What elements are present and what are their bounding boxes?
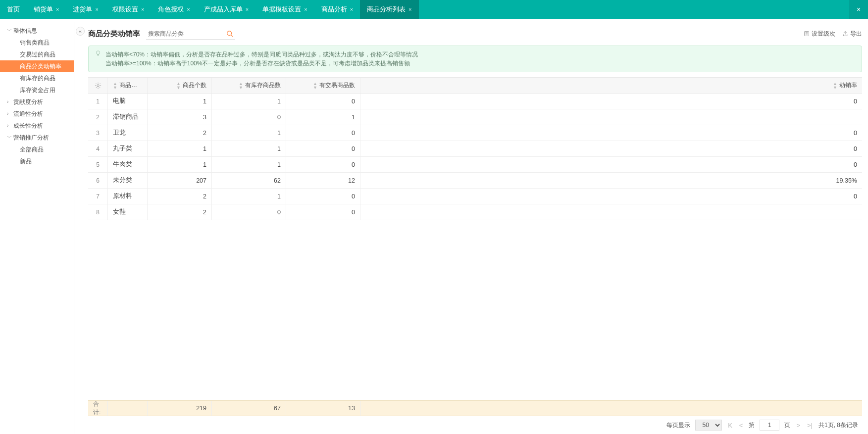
tab-label: 销货单 — [34, 5, 53, 14]
cell-count: 1 — [148, 94, 212, 109]
sidebar-item-0-4[interactable]: 库存资金占用 — [0, 84, 74, 96]
footer-label: 合计: — [88, 401, 108, 416]
close-all-tabs-button[interactable]: × — [849, 0, 868, 19]
collapse-sidebar-button[interactable]: « — [76, 27, 85, 36]
tab-1[interactable]: 销货单× — [27, 0, 66, 19]
tab-8[interactable]: 商品分析列表× — [360, 0, 418, 19]
export-button[interactable]: 导出 — [842, 30, 862, 38]
data-table: ▲▼商品… ▲▼商品个数 ▲▼有库存商品数 ▲▼有交易商品数 ▲▼动销率 1电脑… — [88, 77, 862, 416]
row-index: 5 — [88, 157, 108, 172]
sidebar-group-0[interactable]: ﹀整体信息 — [0, 25, 74, 37]
svg-line-1 — [231, 35, 233, 37]
table-settings-button[interactable] — [88, 78, 108, 93]
export-label: 导出 — [850, 30, 862, 38]
svg-point-9 — [97, 84, 99, 86]
search-icon[interactable] — [226, 30, 233, 37]
footer-stock: 67 — [212, 401, 286, 416]
cell-category: 滞销商品 — [108, 109, 148, 125]
close-icon[interactable]: × — [304, 6, 307, 12]
sidebar-item-4-1[interactable]: 新品 — [0, 155, 74, 167]
close-icon[interactable]: × — [408, 6, 411, 12]
cell-stock: 1 — [212, 157, 286, 172]
cell-trade: 1 — [286, 109, 360, 125]
close-icon[interactable]: × — [141, 6, 144, 12]
table-body: 1电脑11002滞销商品3013卫龙21004丸子类11005牛肉类11006未… — [88, 94, 862, 400]
page-input[interactable] — [760, 420, 779, 431]
gear-icon — [804, 31, 810, 37]
sidebar-group-label: 贡献度分析 — [13, 96, 43, 108]
close-icon[interactable]: × — [350, 6, 353, 12]
table-row[interactable]: 4丸子类1100 — [88, 141, 862, 157]
footer-trade: 13 — [286, 401, 360, 416]
table-row[interactable]: 5牛肉类1100 — [88, 157, 862, 173]
sidebar-item-0-3[interactable]: 有库存的商品 — [0, 72, 74, 84]
footer-rate — [817, 401, 862, 416]
search-input[interactable] — [148, 28, 226, 39]
sidebar-group-1[interactable]: ›贡献度分析 — [0, 96, 74, 108]
lightbulb-icon — [95, 50, 102, 57]
tip-line-1: 当动销率<70%：动销率偏低，分析是否存在品种过多，特别是同质同类品种过多，或淘… — [105, 50, 418, 59]
cell-rate: 19.35% — [817, 173, 862, 188]
last-page-button[interactable]: >| — [806, 422, 814, 429]
tab-label: 进货单 — [73, 5, 92, 14]
prev-page-button[interactable]: < — [738, 422, 744, 429]
cell-count: 2 — [148, 125, 212, 141]
close-icon[interactable]: × — [95, 6, 98, 12]
sort-icon: ▲▼ — [176, 82, 181, 90]
tab-0[interactable]: 首页 — [0, 0, 27, 19]
sidebar-group-3[interactable]: ›成长性分析 — [0, 120, 74, 132]
sidebar-item-0-2[interactable]: 商品分类动销率 — [0, 60, 74, 72]
set-level-button[interactable]: 设置级次 — [804, 30, 835, 38]
tab-label: 首页 — [7, 5, 20, 14]
tab-3[interactable]: 权限设置× — [105, 0, 151, 19]
col-trade[interactable]: ▲▼有交易商品数 — [286, 78, 360, 93]
first-page-button[interactable]: K — [727, 422, 733, 429]
tab-4[interactable]: 角色授权× — [151, 0, 197, 19]
close-icon[interactable]: × — [56, 6, 59, 12]
cell-rate: 0 — [817, 157, 862, 172]
row-index: 8 — [88, 204, 108, 220]
cell-stock: 0 — [212, 204, 286, 220]
sidebar-group-label: 流通性分析 — [13, 108, 43, 120]
sidebar-group-2[interactable]: ›流通性分析 — [0, 108, 74, 120]
pager: 每页显示 50 K < 第 页 > >| 共1页, 8条记录 — [88, 416, 862, 434]
cell-stock: 1 — [212, 94, 286, 109]
sidebar-item-0-0[interactable]: 销售类商品 — [0, 37, 74, 48]
tab-label: 商品分析 — [321, 5, 347, 14]
sidebar-item-0-1[interactable]: 交易过的商品 — [0, 48, 74, 60]
close-icon[interactable]: × — [187, 6, 190, 12]
sort-icon: ▲▼ — [313, 82, 317, 90]
export-icon — [842, 31, 848, 37]
table-row[interactable]: 7原材料2100 — [88, 189, 862, 204]
per-page-select[interactable]: 50 — [695, 420, 722, 431]
col-stock[interactable]: ▲▼有库存商品数 — [212, 78, 286, 93]
cell-trade: 0 — [286, 204, 360, 220]
cell-category: 原材料 — [108, 189, 148, 204]
table-row[interactable]: 1电脑1100 — [88, 94, 862, 109]
cell-stock: 1 — [212, 141, 286, 156]
col-rate[interactable]: ▲▼动销率 — [817, 78, 862, 93]
col-category[interactable]: ▲▼商品… — [108, 78, 148, 93]
table-row[interactable]: 2滞销商品301 — [88, 109, 862, 125]
tab-7[interactable]: 商品分析× — [314, 0, 360, 19]
tab-label: 单据模板设置 — [262, 5, 301, 14]
tab-2[interactable]: 进货单× — [66, 0, 105, 19]
sidebar-group-label: 成长性分析 — [13, 120, 43, 132]
col-count[interactable]: ▲▼商品个数 — [148, 78, 212, 93]
sidebar-group-label: 整体信息 — [13, 25, 37, 37]
cell-category: 卫龙 — [108, 125, 148, 141]
tab-6[interactable]: 单据模板设置× — [255, 0, 314, 19]
sidebar-group-4[interactable]: ﹀营销推广分析 — [0, 132, 74, 144]
close-icon[interactable]: × — [246, 6, 249, 12]
tab-5[interactable]: 产成品入库单× — [197, 0, 255, 19]
row-index: 7 — [88, 189, 108, 204]
svg-point-6 — [97, 51, 100, 54]
cell-stock: 0 — [212, 109, 286, 125]
tab-label: 商品分析列表 — [367, 5, 406, 14]
table-row[interactable]: 8女鞋200 — [88, 204, 862, 220]
table-row[interactable]: 3卫龙2100 — [88, 125, 862, 141]
next-page-button[interactable]: > — [795, 422, 801, 429]
chevron-down-icon: ﹀ — [7, 132, 11, 144]
table-row[interactable]: 6未分类207621219.35% — [88, 173, 862, 189]
sidebar-item-4-0[interactable]: 全部商品 — [0, 144, 74, 155]
